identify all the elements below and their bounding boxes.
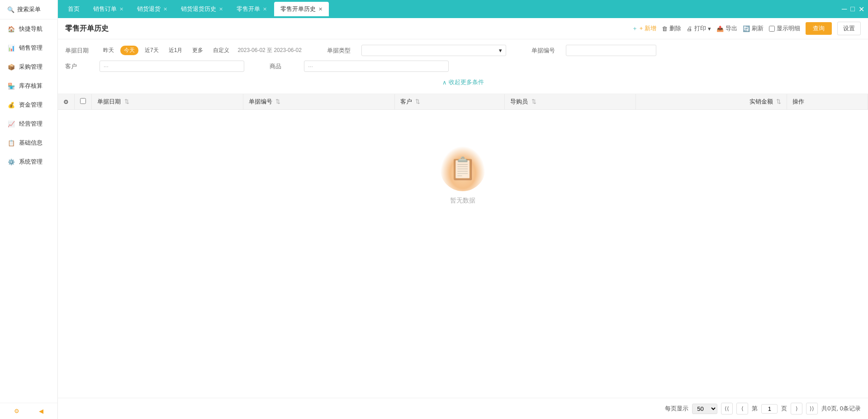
add-icon: ＋ bbox=[632, 24, 638, 33]
th-salesperson[interactable]: 导购员 ⇅ bbox=[505, 94, 636, 110]
th-date[interactable]: 单据日期 ⇅ bbox=[92, 94, 243, 110]
page-input[interactable] bbox=[761, 404, 778, 414]
tab-retail-open-history[interactable]: 零售开单历史 ✕ bbox=[274, 2, 329, 16]
window-maximize-btn[interactable]: □ bbox=[850, 5, 855, 13]
prev-page-btn[interactable]: ⟨ bbox=[736, 403, 748, 414]
tab-retail-open-history-label: 零售开单历史 bbox=[280, 5, 316, 13]
sidebar-item-system[interactable]: ⚙️ 系统管理 bbox=[0, 152, 57, 171]
tab-bar: 首页 销售订单 ✕ 销货退货 ✕ 销货退货历史 ✕ 零售开单 ✕ 零售开单历史 … bbox=[58, 0, 868, 18]
date-btn-1month[interactable]: 近1月 bbox=[165, 46, 186, 55]
add-button[interactable]: ＋ + 新增 bbox=[632, 24, 656, 33]
show-detail-checkbox[interactable]: 显示明细 bbox=[769, 24, 800, 33]
print-dropdown-icon: ▾ bbox=[708, 25, 711, 32]
tab-sales-order-label: 销售订单 bbox=[93, 5, 117, 13]
sidebar-item-label: 系统管理 bbox=[19, 158, 43, 166]
tab-sales-return-history[interactable]: 销货退货历史 ✕ bbox=[175, 2, 229, 16]
filter-area: 单据日期 昨天 今天 近7天 近1月 更多 自定义 2023-06-02 至 2… bbox=[58, 39, 868, 94]
order-type-label: 单据类型 bbox=[327, 47, 354, 55]
sidebar-item-inventory[interactable]: 🏪 库存核算 bbox=[0, 76, 57, 95]
empty-text: 暂无数据 bbox=[450, 197, 475, 205]
th-no[interactable]: 单据编号 ⇅ bbox=[243, 94, 394, 110]
refresh-button[interactable]: 🔄 刷新 bbox=[743, 24, 764, 33]
date-btn-more[interactable]: 更多 bbox=[189, 46, 207, 55]
delete-icon: 🗑 bbox=[662, 25, 668, 32]
pagination: 每页显示 50 100 200 ⟨⟨ ⟨ 第 页 ⟩ ⟩⟩ 共0页, 0条记录 bbox=[58, 398, 868, 419]
sidebar-item-purchase-mgmt[interactable]: 📦 采购管理 bbox=[0, 57, 57, 76]
date-btn-custom[interactable]: 自定义 bbox=[209, 46, 233, 55]
sidebar-search[interactable]: 🔍 搜索采单 bbox=[0, 0, 57, 19]
customer-label: 客户 bbox=[65, 62, 92, 71]
tab-home[interactable]: 首页 bbox=[62, 2, 86, 16]
collapse-button[interactable]: ∧ 收起更多条件 bbox=[65, 76, 861, 88]
th-customer[interactable]: 客户 ⇅ bbox=[394, 94, 505, 110]
page-label: 第 bbox=[752, 405, 758, 413]
toolbar: 零售开单历史 ＋ + 新增 🗑 删除 🖨 打印 ▾ 📤 导出 bbox=[58, 18, 868, 39]
tab-sales-order-close[interactable]: ✕ bbox=[119, 6, 123, 12]
tab-retail-open-history-close[interactable]: ✕ bbox=[318, 6, 323, 12]
date-btn-7days[interactable]: 近7天 bbox=[141, 46, 162, 55]
page-suffix: 页 bbox=[781, 405, 787, 413]
date-label: 单据日期 bbox=[65, 47, 92, 55]
sidebar-item-label: 资金管理 bbox=[19, 101, 43, 109]
search-icon: 🔍 bbox=[7, 6, 14, 13]
date-options: 昨天 今天 近7天 近1月 更多 自定义 2023-06-02 至 2023-0… bbox=[100, 46, 302, 55]
sort-date-icon: ⇅ bbox=[124, 98, 129, 105]
th-settings[interactable]: ⚙ bbox=[58, 94, 75, 110]
info-icon: 📋 bbox=[7, 139, 15, 147]
goods-placeholder: ··· bbox=[308, 63, 313, 70]
settings-icon[interactable]: ⚙ bbox=[14, 408, 19, 414]
data-table: ⚙ 单据日期 ⇅ 单据编号 ⇅ 客户 ⇅ bbox=[58, 94, 868, 241]
th-checkbox[interactable] bbox=[75, 94, 92, 110]
settings-button[interactable]: 设置 bbox=[837, 22, 861, 35]
print-button[interactable]: 🖨 打印 ▾ bbox=[687, 24, 711, 33]
tab-sales-return-close[interactable]: ✕ bbox=[163, 6, 167, 12]
select-all-checkbox[interactable] bbox=[80, 98, 86, 104]
th-amount[interactable]: 实销金额 ⇅ bbox=[636, 94, 787, 110]
filter-row-date: 单据日期 昨天 今天 近7天 近1月 更多 自定义 2023-06-02 至 2… bbox=[65, 45, 861, 56]
sidebar-item-label: 快捷导航 bbox=[19, 25, 43, 33]
tab-retail-open[interactable]: 零售开单 ✕ bbox=[230, 2, 273, 16]
sidebar-item-sales-mgmt[interactable]: 📊 销售管理 bbox=[0, 38, 57, 57]
sidebar-item-basic-info[interactable]: 📋 基础信息 bbox=[0, 133, 57, 152]
per-page-select[interactable]: 50 100 200 bbox=[692, 404, 717, 414]
goods-select[interactable]: ··· bbox=[304, 61, 449, 72]
goods-label: 商品 bbox=[270, 62, 297, 71]
date-btn-today[interactable]: 今天 bbox=[120, 46, 138, 55]
order-type-select[interactable]: ▾ bbox=[361, 45, 506, 56]
sidebar-item-quick-nav[interactable]: 🏠 快捷导航 bbox=[0, 19, 57, 38]
export-button[interactable]: 📤 导出 bbox=[716, 24, 737, 33]
delete-button[interactable]: 🗑 删除 bbox=[662, 24, 681, 33]
empty-state: 暂无数据 bbox=[58, 110, 868, 241]
main-area: 首页 销售订单 ✕ 销货退货 ✕ 销货退货历史 ✕ 零售开单 ✕ 零售开单历史 … bbox=[58, 0, 868, 419]
money-icon: 💰 bbox=[7, 101, 15, 109]
sidebar-item-finance[interactable]: 💰 资金管理 bbox=[0, 95, 57, 114]
window-close-btn[interactable]: ✕ bbox=[859, 5, 864, 14]
table-area: ⚙ 单据日期 ⇅ 单据编号 ⇅ 客户 ⇅ bbox=[58, 94, 868, 398]
system-icon: ⚙️ bbox=[7, 158, 15, 166]
toolbar-actions: ＋ + 新增 🗑 删除 🖨 打印 ▾ 📤 导出 🔄 bbox=[632, 22, 861, 35]
window-minimize-btn[interactable]: ─ bbox=[842, 5, 847, 13]
last-page-btn[interactable]: ⟩⟩ bbox=[806, 403, 818, 414]
print-label: 打印 bbox=[694, 24, 706, 33]
tab-sales-return[interactable]: 销货退货 ✕ bbox=[131, 2, 174, 16]
refresh-icon: 🔄 bbox=[743, 25, 750, 32]
tab-sales-order[interactable]: 销售订单 ✕ bbox=[87, 2, 130, 16]
export-icon: 📤 bbox=[716, 25, 724, 32]
tab-retail-open-close[interactable]: ✕ bbox=[263, 6, 267, 12]
collapse-sidebar-icon[interactable]: ◀ bbox=[39, 408, 43, 414]
sidebar-item-label: 库存核算 bbox=[19, 82, 43, 90]
customer-select[interactable]: ··· bbox=[100, 61, 244, 72]
date-btn-yesterday[interactable]: 昨天 bbox=[100, 46, 118, 55]
show-detail-input[interactable] bbox=[769, 26, 775, 32]
next-page-btn[interactable]: ⟩ bbox=[791, 403, 802, 414]
sidebar-item-operations[interactable]: 📈 经营管理 bbox=[0, 114, 57, 133]
order-no-input[interactable] bbox=[566, 45, 656, 56]
date-range-display: 2023-06-02 至 2023-06-02 bbox=[237, 47, 301, 54]
query-button[interactable]: 查询 bbox=[806, 22, 832, 35]
tab-sales-return-history-close[interactable]: ✕ bbox=[219, 6, 223, 12]
box-icon: 📦 bbox=[7, 63, 15, 71]
sidebar-search-label: 搜索采单 bbox=[17, 5, 41, 14]
sidebar-item-label: 采购管理 bbox=[19, 63, 43, 71]
first-page-btn[interactable]: ⟨⟨ bbox=[721, 403, 733, 414]
print-icon: 🖨 bbox=[687, 25, 693, 32]
